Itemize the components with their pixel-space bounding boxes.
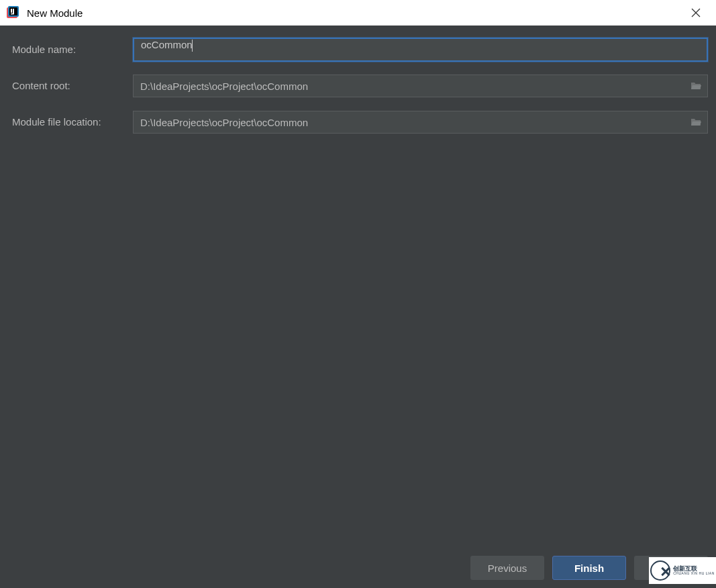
watermark-text: 创新互联 CHUANG XIN HU LIAN bbox=[673, 566, 715, 575]
module-file-location-field[interactable]: D:\IdeaProjects\ocProject\ocCommon bbox=[133, 111, 708, 134]
close-button[interactable] bbox=[682, 0, 709, 26]
watermark-logo: 创新互联 CHUANG XIN HU LIAN bbox=[649, 557, 716, 584]
svg-rect-3 bbox=[11, 9, 12, 13]
watermark-icon bbox=[650, 560, 670, 581]
text-cursor bbox=[192, 40, 193, 52]
watermark-sub: CHUANG XIN HU LIAN bbox=[673, 572, 715, 575]
module-file-location-label: Module file location: bbox=[12, 110, 133, 134]
content-root-label: Content root: bbox=[12, 74, 133, 98]
module-name-value: ocCommon bbox=[141, 39, 193, 50]
window-title: New Module bbox=[27, 7, 83, 19]
content-root-field[interactable]: D:\IdeaProjects\ocProject\ocCommon bbox=[133, 75, 708, 97]
module-name-label: Module name: bbox=[12, 38, 133, 62]
content-root-value: D:\IdeaProjects\ocProject\ocCommon bbox=[140, 81, 684, 92]
title-left: New Module bbox=[7, 6, 83, 19]
intellij-icon bbox=[7, 6, 20, 19]
folder-icon bbox=[691, 81, 701, 91]
title-bar: New Module bbox=[0, 0, 716, 26]
form-area: Module name: ocCommon Content root: D:\I… bbox=[0, 26, 716, 154]
content-root-browse-button[interactable] bbox=[684, 75, 707, 97]
close-icon bbox=[691, 8, 701, 17]
previous-button[interactable]: Previous bbox=[470, 556, 544, 580]
svg-rect-4 bbox=[13, 9, 14, 14]
module-name-input[interactable]: ocCommon bbox=[133, 38, 708, 62]
finish-button[interactable]: Finish bbox=[552, 556, 626, 580]
module-file-location-browse-button[interactable] bbox=[684, 111, 707, 133]
module-file-location-row: Module file location: D:\IdeaProjects\oc… bbox=[12, 110, 708, 134]
folder-icon bbox=[691, 117, 701, 127]
module-file-location-value: D:\IdeaProjects\ocProject\ocCommon bbox=[140, 117, 684, 128]
content-root-row: Content root: D:\IdeaProjects\ocProject\… bbox=[12, 74, 708, 98]
svg-rect-5 bbox=[11, 13, 14, 15]
module-name-row: Module name: ocCommon bbox=[12, 38, 708, 62]
